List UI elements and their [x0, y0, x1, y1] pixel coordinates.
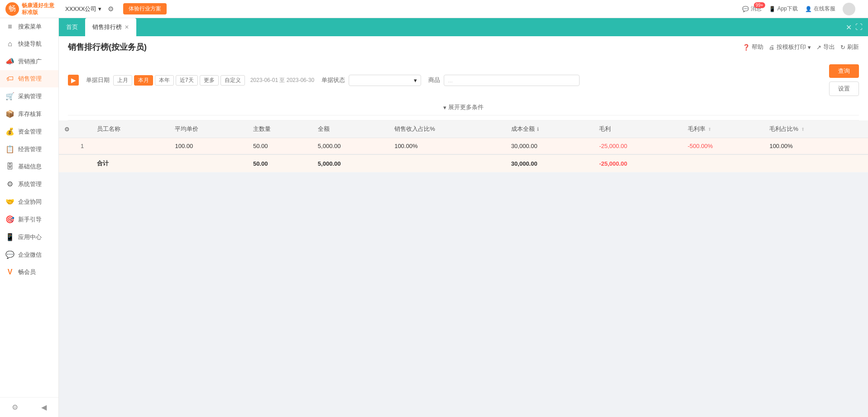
- purchase-icon: 🛒: [5, 92, 14, 101]
- date-btn-custom[interactable]: 自定义: [221, 75, 245, 86]
- date-btn-more[interactable]: 更多: [200, 75, 219, 86]
- sidebar-item-inventory[interactable]: 📦 库存核算: [0, 105, 58, 123]
- goods-input[interactable]: ...: [444, 75, 580, 86]
- date-btn-7days[interactable]: 近7天: [176, 75, 198, 86]
- cell-avg-price: 100.00: [169, 138, 247, 155]
- print-dropdown-icon: ▾: [808, 44, 811, 51]
- sidebar-item-purchase[interactable]: 🛒 采购管理: [0, 87, 58, 105]
- company-name: XXXXX公司: [65, 5, 96, 13]
- sidebar-item-label: 企业协同: [18, 198, 42, 206]
- cost-info-icon[interactable]: ℹ: [537, 126, 539, 132]
- sidebar-item-quick-nav[interactable]: ⌂ 快捷导航: [0, 35, 58, 53]
- settings-gear-button[interactable]: ⚙: [105, 4, 116, 14]
- sidebar-item-marketing[interactable]: 📣 营销推广: [0, 53, 58, 70]
- table-row: 1 100.00 50.00 5,000.00 100.00% 30,000.0…: [59, 138, 868, 155]
- company-dropdown-arrow[interactable]: ▾: [98, 5, 101, 12]
- sidebar-item-app-center[interactable]: 📱 应用中心: [0, 228, 58, 246]
- date-btn-last-month[interactable]: 上月: [113, 75, 132, 86]
- sidebar-item-member[interactable]: V 畅会员: [0, 264, 58, 281]
- col-gross-margin[interactable]: 毛利率 ⬆: [682, 120, 764, 138]
- help-icon: ❓: [743, 44, 750, 51]
- refresh-button[interactable]: ↻ 刷新: [840, 43, 859, 51]
- sidebar-item-label: 营销推广: [18, 58, 42, 66]
- gross-margin-sort-icon: ⬆: [708, 127, 711, 132]
- sidebar: ≡ 搜索菜单 ⌂ 快捷导航 📣 营销推广 🏷 销售管理 🛒 采购管理 📦 库: [0, 18, 59, 417]
- sidebar-settings-btn[interactable]: ⚙: [8, 401, 22, 413]
- sidebar-item-system[interactable]: ⚙ 系统管理: [0, 175, 58, 193]
- export-button[interactable]: ↗ 导出: [816, 43, 835, 51]
- col-main-qty: 主数量: [248, 120, 312, 138]
- cell-main-qty: 50.00: [248, 138, 312, 155]
- expand-more-button[interactable]: ▾ 展开更多条件: [443, 103, 484, 111]
- sidebar-item-label: 企业微信: [18, 251, 42, 259]
- footer-sales-pct: [389, 154, 506, 173]
- status-filter: 单据状态 ▾: [321, 75, 421, 86]
- query-button[interactable]: 查询: [829, 64, 859, 78]
- filter-toggle-btn[interactable]: ▶: [68, 75, 79, 86]
- filter-row: ▶ 单据日期 上月 本月 本年 近7天 更多 自定义: [68, 64, 859, 96]
- marketing-icon: 📣: [5, 57, 14, 66]
- sidebar-item-label: 采购管理: [18, 92, 42, 101]
- date-btn-this-year[interactable]: 本年: [155, 75, 174, 86]
- app-download-button[interactable]: 📱 App下载: [769, 5, 798, 13]
- sidebar-item-enterprise[interactable]: 🤝 企业协同: [0, 193, 58, 211]
- tab-sales-rank[interactable]: 销售排行榜 ✕: [85, 18, 136, 36]
- sidebar-item-label: 快捷导航: [18, 40, 42, 48]
- tab-close-btn[interactable]: ✕: [125, 24, 129, 30]
- app-center-icon: 📱: [5, 233, 14, 241]
- trial-industry-button[interactable]: 体验行业方案: [123, 3, 167, 14]
- system-icon: ⚙: [5, 180, 14, 188]
- date-btn-this-month[interactable]: 本月: [134, 75, 153, 86]
- sidebar-item-guide[interactable]: 🎯 新手引导: [0, 211, 58, 228]
- avatar[interactable]: [843, 3, 855, 15]
- sidebar-collapse-btn[interactable]: ◀: [38, 401, 50, 413]
- cell-gross-pct: 100.00%: [764, 138, 868, 155]
- cell-gross-profit: -25,000.00: [594, 138, 682, 155]
- footer-gross-pct: [764, 154, 868, 173]
- tab-home[interactable]: 首页: [59, 18, 85, 36]
- date-buttons: 上月 本月 本年 近7天 更多 自定义: [113, 75, 245, 86]
- sidebar-item-label: 资金管理: [18, 128, 42, 136]
- sidebar-item-label: 搜索菜单: [18, 23, 42, 31]
- status-select[interactable]: ▾: [349, 75, 421, 86]
- sidebar-item-operations[interactable]: 📋 经营管理: [0, 140, 58, 158]
- online-service-button[interactable]: 👤 在线客服: [805, 5, 835, 13]
- sidebar-item-sales-mgmt[interactable]: 🏷 销售管理: [0, 70, 58, 87]
- col-gross-pct[interactable]: 毛利占比% ⬆: [764, 120, 868, 138]
- tab-close-all-btn[interactable]: ✕: [846, 23, 852, 32]
- notification-button[interactable]: 💬 消息 99+: [742, 5, 762, 13]
- footer-avg-price: [169, 154, 247, 173]
- tab-bar: 首页 销售排行榜 ✕ ✕ ⛶: [59, 18, 868, 36]
- page-actions: ❓ 帮助 🖨 按模板打印 ▾ ↗ 导出: [743, 43, 859, 51]
- sales-icon: 🏷: [5, 75, 14, 83]
- export-icon: ↗: [816, 44, 821, 51]
- col-settings[interactable]: ⚙: [59, 120, 75, 138]
- wechat-icon: 💬: [5, 250, 14, 259]
- refresh-icon: ↻: [840, 44, 845, 51]
- footer-row: 合计 50.00 5,000.00 30,000.00 -25,000.00: [59, 154, 868, 173]
- company-selector[interactable]: XXXXX公司 ▾: [65, 5, 101, 13]
- sidebar-item-wechat[interactable]: 💬 企业微信: [0, 246, 58, 264]
- cell-rank: 1: [75, 138, 91, 155]
- table-settings-icon[interactable]: ⚙: [64, 126, 70, 133]
- footer-gross-margin: [682, 154, 764, 173]
- footer-settings: [59, 154, 75, 173]
- settings-button[interactable]: 设置: [829, 81, 859, 96]
- cell-total-amount: 5,000.00: [312, 138, 389, 155]
- col-cost-amount: 成本全额 ℹ: [506, 120, 594, 138]
- logo: 畅 畅康通好生意 标准版: [5, 2, 54, 16]
- tab-expand-btn[interactable]: ⛶: [855, 23, 863, 31]
- status-label: 单据状态: [321, 76, 345, 84]
- col-employee: 员工名称: [91, 120, 169, 138]
- sidebar-item-fund[interactable]: 💰 资金管理: [0, 123, 58, 140]
- notification-badge: 99+: [754, 2, 765, 8]
- footer-total-amount: 5,000.00: [312, 154, 389, 173]
- sidebar-item-label: 销售管理: [18, 75, 42, 83]
- print-button[interactable]: 🖨 按模板打印 ▾: [769, 43, 811, 51]
- sidebar-item-basic-info[interactable]: 🗄 基础信息: [0, 158, 58, 175]
- help-button[interactable]: ❓ 帮助: [743, 43, 763, 51]
- sidebar-item-search[interactable]: ≡ 搜索菜单: [0, 18, 58, 35]
- goods-label: 商品: [428, 76, 440, 84]
- member-icon: V: [5, 268, 14, 276]
- footer-label: 合计: [91, 154, 169, 173]
